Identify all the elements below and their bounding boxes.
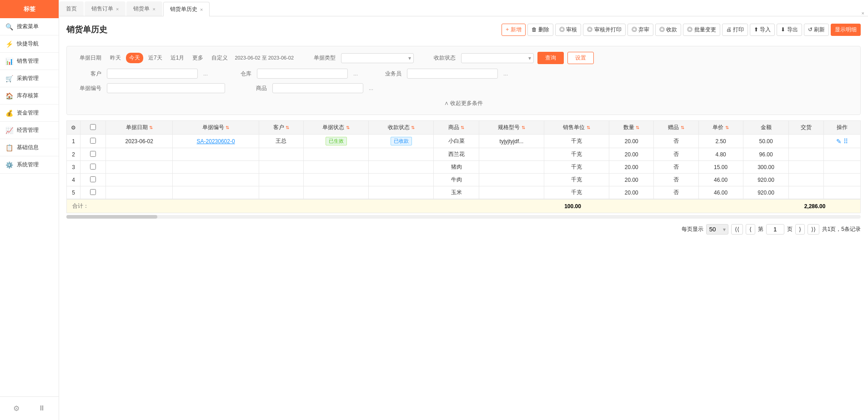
sidebar-item-search-menu[interactable]: 🔍 搜索菜单 (0, 18, 59, 35)
sidebar-item-purchase-mgmt[interactable]: 🛒 采购管理 (0, 70, 59, 87)
col-goods[interactable]: 商品 ⇅ (434, 121, 479, 135)
col-customer[interactable]: 客户 ⇅ (259, 121, 303, 135)
first-page-button[interactable]: ⟨⟨ (731, 224, 743, 235)
row-checkbox[interactable] (90, 164, 96, 170)
customer-dots-btn[interactable]: ... (201, 70, 210, 77)
import-button[interactable]: ⬆ 导入 (750, 24, 775, 36)
date-btn-today[interactable]: 今天 (126, 53, 143, 63)
audit-button[interactable]: ◎ 审核 (555, 24, 581, 36)
col-doc-no[interactable]: 单据编号 ⇅ (173, 121, 259, 135)
cell-doc-status (304, 161, 369, 174)
col-checkbox[interactable] (80, 121, 106, 135)
warehouse-input[interactable] (257, 69, 348, 79)
tab-sales-history-close[interactable]: × (200, 7, 203, 12)
doc-type-select[interactable] (341, 53, 414, 63)
prev-page-button[interactable]: ⟨ (746, 224, 755, 235)
cell-checkbox[interactable] (80, 186, 106, 199)
pause-bottom-icon[interactable]: ⏸ (38, 404, 45, 413)
page-number-input[interactable] (766, 224, 784, 235)
col-doc-date[interactable]: 单据日期 ⇅ (106, 121, 173, 135)
edit-icon[interactable]: ✎ (836, 138, 842, 145)
cell-checkbox[interactable] (80, 174, 106, 186)
collapse-btn[interactable]: ∧ 收起更多条件 (74, 98, 853, 109)
query-button[interactable]: 查询 (537, 52, 564, 64)
sidebar-item-inventory-calc[interactable]: 🏠 库存核算 (0, 87, 59, 105)
audit-print-button[interactable]: ◎ 审核并打印 (583, 24, 625, 36)
warehouse-dots-btn[interactable]: ... (351, 70, 360, 77)
col-gift[interactable]: 赠品 ⇅ (654, 121, 698, 135)
sidebar-item-quick-nav[interactable]: ⚡ 快捷导航 (0, 35, 59, 53)
date-btn-yesterday[interactable]: 昨天 (107, 53, 124, 63)
search-menu-icon: 🔍 (5, 23, 13, 30)
page-size-select[interactable]: 50 100 200 (706, 224, 728, 235)
setting-button[interactable]: 设置 (567, 52, 594, 64)
cell-checkbox[interactable] (80, 148, 106, 161)
row-checkbox[interactable] (90, 176, 96, 182)
date-btn-more[interactable]: 更多 (189, 53, 206, 63)
row-checkbox[interactable] (90, 138, 96, 144)
col-collect-status[interactable]: 收款状态 ⇅ (369, 121, 434, 135)
show-detail-button[interactable]: 显示明细 (831, 24, 861, 36)
sidebar-item-system-mgmt[interactable]: ⚙️ 系统管理 (0, 156, 59, 174)
scrollbar-thumb[interactable] (66, 215, 157, 219)
sidebar-item-basic-info[interactable]: 📋 基础信息 (0, 139, 59, 156)
discard-button[interactable]: ◎ 弃审 (627, 24, 653, 36)
tab-sales-goods-close[interactable]: × (152, 6, 155, 12)
row-checkbox[interactable] (90, 189, 96, 195)
last-page-button[interactable]: ⟩⟩ (808, 224, 819, 235)
table-row: 3 猪肉 千克 20.00 否 15.00 300.00 (67, 161, 861, 174)
cell-checkbox[interactable] (80, 161, 106, 174)
cell-amount: 96.00 (743, 148, 789, 161)
col-unit-price[interactable]: 单价 ⇅ (698, 121, 743, 135)
refresh-button[interactable]: ↺ 刷新 (804, 24, 829, 36)
tab-sales-order[interactable]: 销售订单 × (85, 1, 125, 16)
goods-dots-btn[interactable]: ... (367, 85, 375, 91)
salesperson-input[interactable] (407, 69, 498, 79)
horizontal-scrollbar[interactable] (66, 215, 861, 219)
cell-doc-no (173, 174, 259, 186)
print-button[interactable]: 🖨 打印 (722, 24, 748, 36)
col-spec-type[interactable]: 规格型号 ⇅ (479, 121, 544, 135)
col-sales-unit[interactable]: 销售单位 ⇅ (544, 121, 609, 135)
tab-close-all[interactable]: × (862, 10, 864, 16)
col-doc-status[interactable]: 单据状态 ⇅ (304, 121, 369, 135)
cell-spec-type: tyjyjtyjdf... (479, 135, 544, 148)
table-row: 1 2023-06-02 SA-20230602-0 王总 已生效 已收款 小白… (67, 135, 861, 148)
col-qty[interactable]: 数量 ⇅ (609, 121, 654, 135)
col-gear[interactable]: ⚙ (67, 121, 80, 135)
tab-sales-goods[interactable]: 销货单 × (126, 1, 162, 16)
next-page-button[interactable]: ⟩ (795, 224, 805, 235)
tab-sales-history[interactable]: 销货单历史 × (163, 2, 210, 16)
batch-change-button[interactable]: ◎ 批量变更 (683, 24, 720, 36)
export-button[interactable]: ⬇ 导出 (777, 24, 802, 36)
cell-checkbox[interactable] (80, 135, 106, 148)
date-btn-7days[interactable]: 近7天 (145, 53, 166, 63)
doc-type-select-wrap (341, 53, 414, 63)
sidebar-item-operation-mgmt[interactable]: 📈 经营管理 (0, 122, 59, 139)
tab-sales-order-close[interactable]: × (116, 6, 119, 12)
date-btn-custom[interactable]: 自定义 (208, 53, 231, 63)
tab-home[interactable]: 首页 (59, 1, 84, 16)
settings-bottom-icon[interactable]: ⚙ (13, 404, 20, 413)
goods-input[interactable] (272, 83, 363, 93)
cell-unit-price: 46.00 (698, 174, 743, 186)
doc-no-link[interactable]: SA-20230602-0 (197, 138, 235, 145)
doc-no-label: 单据编号 (74, 85, 101, 92)
collect-button[interactable]: ◎ 收款 (655, 24, 681, 36)
sidebar-item-sales-mgmt[interactable]: 📊 销售管理 (0, 53, 59, 70)
row-checkbox[interactable] (90, 151, 96, 157)
date-btn-1month[interactable]: 近1月 (167, 53, 188, 63)
collect-status-badge: 已收款 (391, 137, 412, 145)
sort-doc-no-icon: ⇅ (226, 125, 229, 130)
cell-doc-no (173, 148, 259, 161)
salesperson-dots-btn[interactable]: ... (502, 70, 510, 77)
sidebar-item-funds-mgmt[interactable]: 💰 资金管理 (0, 105, 59, 122)
collect-status-select[interactable] (461, 53, 534, 63)
new-button[interactable]: + 新增 (502, 24, 525, 36)
more-icon[interactable]: ⠿ (843, 138, 848, 145)
doc-no-input[interactable] (107, 83, 225, 93)
customer-input[interactable] (107, 69, 198, 79)
cell-qty: 20.00 (609, 135, 654, 148)
delete-button[interactable]: 🗑 删除 (527, 24, 553, 36)
select-all-checkbox[interactable] (90, 124, 96, 130)
